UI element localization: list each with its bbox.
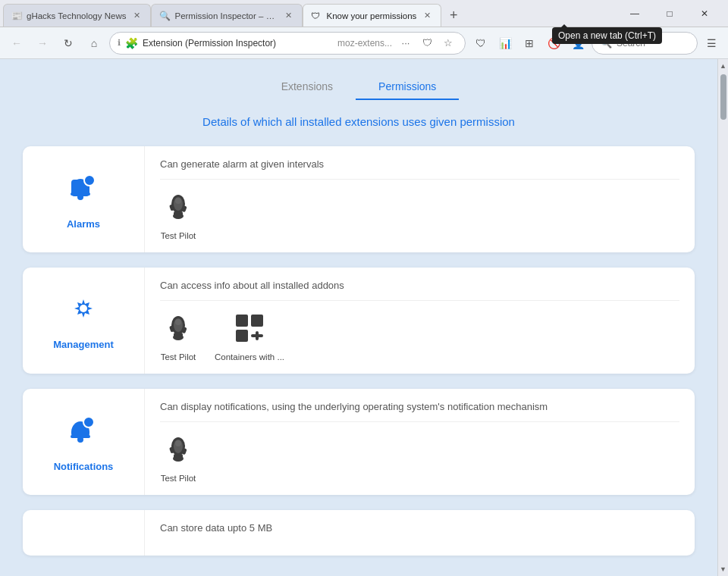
svg-point-11 (175, 198, 181, 204)
tab-permissions-label: Know your permissions (326, 11, 416, 20)
page-content: Extensions Permissions Details of which … (0, 59, 728, 576)
address-text: Extension (Permission Inspector) (143, 38, 333, 49)
test-pilot-ext-3[interactable]: Test Pilot (160, 431, 196, 483)
svg-point-16 (173, 334, 184, 340)
alarms-description: Can generate alarm at given intervals (160, 158, 679, 180)
shield-button[interactable]: 🛡 (418, 34, 436, 52)
storage-description: Can store data upto 5 MB (160, 522, 679, 543)
svg-point-3 (77, 194, 83, 200)
forward-button[interactable]: → (32, 33, 53, 54)
tab-inspector-close[interactable]: ✕ (282, 10, 294, 22)
tab-permissions-page[interactable]: Permissions (356, 74, 459, 100)
notifications-extensions: Test Pilot (160, 431, 679, 483)
alarms-card: Alarms Can generate alarm at given inter… (23, 146, 695, 252)
window-controls: — □ ✕ (611, 0, 728, 27)
test-pilot-name-1: Test Pilot (161, 231, 196, 240)
extension-icon-address: 🧩 (125, 37, 138, 49)
management-card-left: Management (23, 268, 144, 374)
svg-point-26 (77, 437, 83, 443)
svg-point-4 (84, 175, 95, 186)
close-button[interactable]: ✕ (687, 0, 722, 27)
tab-inspector[interactable]: 🔍 Permission Inspector – Get this ✕ (151, 4, 303, 27)
test-pilot-name-3: Test Pilot (161, 474, 196, 483)
containers-ext[interactable]: Containers with ... (215, 310, 284, 362)
info-icon: ℹ (118, 38, 121, 48)
svg-rect-21 (251, 315, 263, 327)
scrollbar: ▲ ▼ (717, 59, 728, 576)
storage-card-left (23, 510, 144, 556)
chart-icon-btn[interactable]: 📊 (494, 33, 516, 54)
scroll-down-button[interactable]: ▼ (718, 564, 729, 574)
inspector-favicon: 🔍 (159, 11, 170, 21)
new-tab-tooltip: Open a new tab (Ctrl+T) (552, 27, 662, 44)
notifications-card: Notifications Can display notifications,… (23, 389, 695, 495)
tab-permissions[interactable]: 🛡 Know your permissions ✕ (303, 4, 441, 27)
svg-point-8 (173, 213, 184, 219)
page-tabs: Extensions Permissions (23, 74, 695, 100)
svg-point-27 (83, 417, 94, 427)
notifications-icon (64, 412, 103, 455)
tab-ghacks-close[interactable]: ✕ (130, 10, 143, 22)
permissions-favicon: 🛡 (311, 11, 322, 21)
back-button[interactable]: ← (6, 33, 27, 54)
alarms-icon (64, 170, 103, 212)
test-pilot-icon-3 (160, 431, 196, 468)
new-tab-button[interactable]: + (441, 4, 466, 27)
test-pilot-ext-2[interactable]: Test Pilot (160, 310, 196, 362)
alarms-card-right: Can generate alarm at given intervals (144, 146, 695, 252)
storage-card-right: Can store data upto 5 MB (144, 510, 695, 556)
svg-rect-20 (236, 315, 248, 327)
management-extensions: Test Pilot (160, 310, 679, 362)
minimize-button[interactable]: — (617, 0, 652, 27)
svg-point-34 (175, 440, 181, 446)
alarms-extensions: Test Pilot (160, 189, 679, 240)
ghacks-favicon: 📰 (11, 11, 22, 21)
scroll-thumb[interactable] (720, 74, 726, 120)
storage-card: Can store data upto 5 MB (23, 510, 695, 556)
test-pilot-ext-1[interactable]: Test Pilot (160, 189, 196, 240)
notifications-card-left: Notifications (23, 389, 144, 495)
refresh-button[interactable]: ↻ (58, 33, 79, 54)
svg-rect-24 (251, 334, 263, 337)
more-button[interactable]: ··· (397, 34, 415, 52)
maximize-button[interactable]: □ (652, 0, 687, 27)
alarms-card-left: Alarms (23, 146, 144, 252)
address-bar[interactable]: ℹ 🧩 Extension (Permission Inspector) moz… (109, 32, 466, 55)
test-pilot-icon-2 (160, 310, 196, 346)
address-actions: ··· 🛡 ☆ (397, 34, 457, 52)
notifications-description: Can display notifications, using the und… (160, 401, 679, 422)
containers-icon (231, 310, 268, 346)
notifications-card-right: Can display notifications, using the und… (144, 389, 695, 495)
containers-name: Containers with ... (215, 352, 284, 362)
svg-point-31 (173, 455, 184, 462)
management-icon (64, 292, 102, 333)
title-bar: 📰 gHacks Technology News ✕ 🔍 Permission … (0, 0, 728, 27)
grid-icon-btn[interactable]: ⊞ (519, 33, 540, 54)
test-pilot-name-2: Test Pilot (161, 352, 196, 362)
management-card: Management Can access info about all ins… (23, 268, 695, 374)
protection-icon-btn[interactable]: 🛡 (470, 33, 491, 54)
tabs-area: 📰 gHacks Technology News ✕ 🔍 Permission … (0, 0, 611, 27)
tab-inspector-label: Permission Inspector – Get this (174, 11, 278, 20)
test-pilot-icon-1 (160, 189, 196, 225)
notifications-label: Notifications (54, 461, 114, 472)
page-inner: Extensions Permissions Details of which … (0, 59, 717, 576)
page-heading: Details of which all installed extension… (23, 115, 695, 128)
tab-extensions[interactable]: Extensions (259, 74, 356, 100)
browser-frame: 📰 gHacks Technology News ✕ 🔍 Permission … (0, 0, 728, 576)
svg-rect-22 (236, 330, 248, 342)
address-moz-text: moz-extens... (337, 38, 392, 49)
management-description: Can access info about all installed addo… (160, 280, 679, 301)
management-card-right: Can access info about all installed addo… (144, 268, 695, 374)
home-button[interactable]: ⌂ (83, 33, 105, 54)
bookmark-button[interactable]: ☆ (439, 34, 457, 52)
tab-ghacks[interactable]: 📰 gHacks Technology News ✕ (3, 4, 151, 27)
svg-point-19 (175, 319, 181, 325)
management-label: Management (53, 339, 113, 350)
tab-ghacks-label: gHacks Technology News (27, 11, 126, 20)
menu-button[interactable]: ☰ (701, 33, 722, 54)
tab-permissions-close[interactable]: ✕ (421, 10, 433, 22)
scroll-up-button[interactable]: ▲ (718, 61, 729, 71)
alarms-label: Alarms (67, 218, 100, 230)
svg-point-12 (80, 305, 87, 312)
